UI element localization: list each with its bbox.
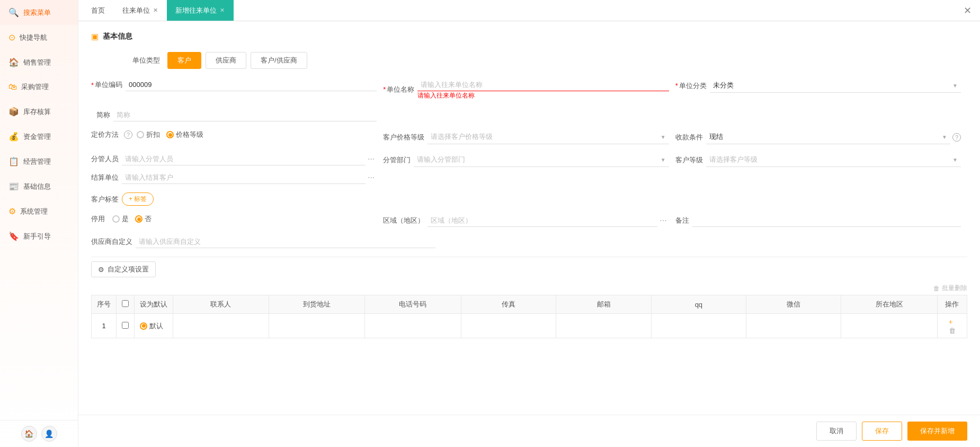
btn-type-both[interactable]: 客户/供应商 [251,52,307,69]
td-location[interactable] [841,314,938,338]
sidebar-user-btn[interactable]: 👤 [41,426,57,442]
manager-input[interactable] [122,153,366,165]
td-default[interactable]: 默认 [135,314,173,338]
settlement-unit-more-btn[interactable]: ··· [366,173,377,182]
field-disabled: 停用 是 否 [91,214,383,224]
row-checkbox[interactable] [122,322,129,329]
custom-settings-btn[interactable]: ⚙ 自定义项设置 [91,261,156,277]
sidebar-item-operations[interactable]: 📋 经营管理 [0,149,78,174]
manager-more-btn[interactable]: ··· [366,154,377,164]
short-name-input[interactable] [113,109,377,121]
td-email[interactable] [556,314,652,338]
customer-level-select[interactable]: 请选择客户等级 ▼ [706,153,961,167]
fax-input[interactable] [467,322,551,330]
save-button[interactable]: 保存 [862,422,902,441]
basic-icon: 📰 [8,181,19,191]
select-all-checkbox[interactable] [122,300,129,307]
td-address[interactable] [269,314,365,338]
field-supplier-custom: 供应商自定义 [91,235,442,248]
category-select[interactable]: 未分类 ▼ [710,78,961,93]
pricing-discount-radio[interactable]: 折扣 [137,130,160,139]
name-input[interactable] [417,78,669,91]
supplier-custom-input[interactable] [136,235,435,248]
td-phone[interactable] [365,314,461,338]
qq-input[interactable] [657,322,741,330]
wechat-input[interactable] [752,322,836,330]
batch-delete-label[interactable]: 批量删除 [942,284,967,293]
name-required-mark: * [383,85,386,93]
row-default-radio[interactable]: 默认 [140,321,167,331]
sidebar-item-search[interactable]: 🔍 搜索菜单 [0,0,78,25]
email-input[interactable] [562,322,646,330]
td-no: 1 [92,314,117,338]
customer-price-level-select[interactable]: 请选择客户价格等级 ▼ [427,130,669,144]
batch-delete-row: 🗑 批量删除 [91,284,967,293]
customer-price-level-placeholder: 请选择客户价格等级 [431,132,660,142]
region-more-btn[interactable]: ··· [657,216,669,225]
contact-input[interactable] [179,322,263,330]
settlement-unit-input[interactable] [122,171,366,184]
department-placeholder: 请输入分管部门 [417,155,660,164]
pricing-discount-circle [137,131,144,138]
sidebar-item-quicknav[interactable]: ⊙ 快捷导航 [0,25,78,50]
th-default: 设为默认 [135,295,173,314]
sidebar-item-sales[interactable]: 🏠 销售管理 [0,50,78,75]
batch-delete-icon: 🗑 [933,285,940,292]
cancel-button[interactable]: 取消 [816,422,857,441]
name-error-text: 请输入往来单位名称 [417,91,669,100]
purchase-icon: 🛍 [8,82,17,92]
row-delete-btn[interactable]: 🗑 [949,327,956,335]
th-checkbox[interactable] [117,295,135,314]
field-pricing: 定价方法 ? 折扣 价格等级 [91,130,383,139]
location-input[interactable] [847,322,932,330]
disabled-no-circle [135,215,142,223]
pricing-level-radio[interactable]: 价格等级 [166,130,203,139]
category-value: 未分类 [713,81,952,90]
category-required-mark: * [675,82,678,90]
disabled-yes-radio[interactable]: 是 [112,214,129,224]
sidebar-item-system[interactable]: ⚙ 系统管理 [0,199,78,224]
tab-home-label: 首页 [91,6,105,15]
row-add-btn[interactable]: ＋ [947,318,954,326]
td-checkbox[interactable] [117,314,135,338]
phone-input[interactable] [370,322,456,330]
tab-partners[interactable]: 往来单位 ✕ [114,0,167,21]
add-tag-btn[interactable]: + 标签 [122,192,154,206]
td-wechat[interactable] [746,314,841,338]
td-contact[interactable] [173,314,269,338]
tab-bar-close-all[interactable]: ✕ [959,5,976,16]
td-fax[interactable] [461,314,556,338]
btn-type-supplier[interactable]: 供应商 [206,52,246,69]
td-qq[interactable] [651,314,746,338]
remark-input[interactable] [692,214,961,227]
sidebar: 🔍 搜索菜单 ⊙ 快捷导航 🏠 销售管理 🛍 采购管理 📦 库存核算 💰 资金管… [0,0,78,447]
tab-new-partner[interactable]: 新增往来单位 ✕ [167,0,234,21]
tab-partners-close[interactable]: ✕ [153,7,158,14]
sidebar-item-inventory[interactable]: 📦 库存核算 [0,99,78,124]
pricing-radio-group: 折扣 价格等级 [137,130,203,139]
tab-home[interactable]: 首页 [83,0,114,21]
contacts-table: 序号 设为默认 联系人 到货地址 电话号码 传真 邮箱 qq 微信 所在地区 操… [91,295,967,338]
btn-type-customer[interactable]: 客户 [167,52,201,69]
th-address: 到货地址 [269,295,365,314]
disabled-no-radio[interactable]: 否 [135,214,152,224]
main-area: 首页 往来单位 ✕ 新增往来单位 ✕ ✕ ▣ 基本信息 单位类型 客户 供应商 … [78,0,980,447]
address-input[interactable] [274,322,360,330]
code-input[interactable] [126,78,377,91]
field-payment-terms: 收款条件 现结 ▼ ? [675,130,967,144]
region-input[interactable] [427,214,657,227]
save-new-button[interactable]: 保存并新增 [907,422,967,441]
department-select[interactable]: 请输入分管部门 ▼ [414,153,669,167]
form-content: ▣ 基本信息 单位类型 客户 供应商 客户/供应商 * 单位编码 * 单位名称 [78,21,980,415]
sidebar-item-purchase[interactable]: 🛍 采购管理 [0,75,78,99]
payment-terms-select[interactable]: 现结 ▼ [706,130,950,144]
sidebar-item-guide[interactable]: 🔖 新手引导 [0,224,78,249]
pricing-help-icon[interactable]: ? [124,130,132,139]
sidebar-item-finance[interactable]: 💰 资金管理 [0,124,78,149]
sidebar-item-basic[interactable]: 📰 基础信息 [0,174,78,199]
tab-new-partner-close[interactable]: ✕ [220,7,225,14]
finance-icon: 💰 [8,132,19,142]
payment-terms-help-icon[interactable]: ? [952,133,961,142]
form-row-6: 停用 是 否 区域（地区） ··· [91,214,967,227]
sidebar-home-btn[interactable]: 🏠 [21,426,37,442]
